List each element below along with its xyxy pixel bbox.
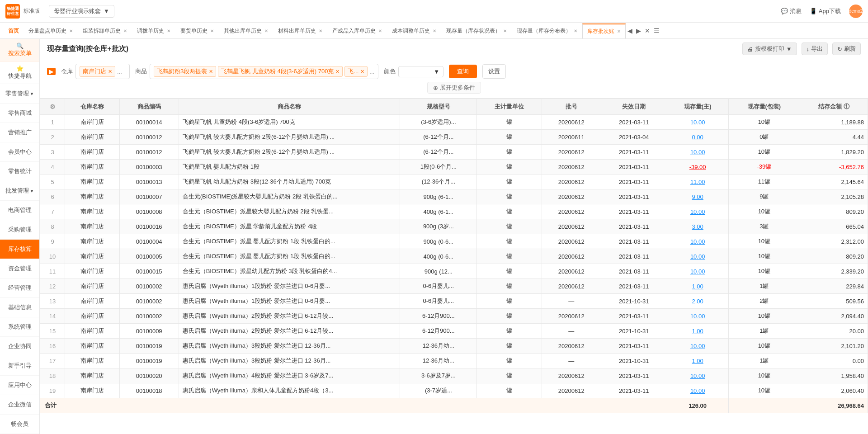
tab-stock-dist[interactable]: 现存量（库存分布表） ✕ — [512, 24, 582, 39]
sidebar-item-wechat[interactable]: 企业微信 — [0, 395, 39, 415]
app-download-btn[interactable]: 📱 App下载 — [810, 7, 841, 15]
row-qty-main[interactable]: 0.00 — [667, 130, 728, 145]
color-filter-input[interactable]: ▼ — [398, 66, 443, 77]
tab-transfer-history[interactable]: 调拨单历史 ✕ — [132, 24, 175, 39]
tab-next-btn[interactable]: ▶ — [634, 27, 643, 34]
sidebar-item-member2[interactable]: 畅会员 — [0, 415, 39, 434]
sidebar-item-retail-stats[interactable]: 零售统计 — [0, 162, 39, 181]
tab-close-icon[interactable]: ✕ — [123, 28, 127, 33]
filter-expand-arrow[interactable]: ▶ — [47, 68, 56, 75]
tab-other-out[interactable]: 其他出库单历史 ✕ — [219, 24, 273, 39]
sidebar-search[interactable]: 🔍 搜索菜单 — [0, 39, 39, 61]
qty-main-link[interactable]: 2.00 — [692, 298, 703, 305]
tab-prev-btn[interactable]: ◀ — [626, 27, 634, 34]
sidebar-item-operations[interactable]: 经营管理 — [0, 278, 39, 298]
sidebar-item-purchase[interactable]: 采购管理 — [0, 220, 39, 240]
tab-require-history[interactable]: 要货单历史 ✕ — [175, 24, 219, 39]
tab-close-icon[interactable]: ✕ — [378, 28, 382, 33]
row-qty-main[interactable]: 10.00 — [667, 249, 728, 264]
tab-material-out[interactable]: 材料出库单历史 ✕ — [273, 24, 327, 39]
tab-stock-status[interactable]: 现存量（库存状况表） ✕ — [441, 24, 512, 39]
sidebar-item-retail-shop[interactable]: 零售商城 — [0, 104, 39, 123]
tab-product-in[interactable]: 产成品入库单历史 ✕ — [327, 24, 387, 39]
qty-main-link[interactable]: 3.00 — [692, 223, 703, 230]
row-qty-main[interactable]: 10.00 — [667, 383, 728, 398]
sidebar-item-ecommerce[interactable]: 电商管理 — [0, 201, 39, 220]
row-qty-main[interactable]: 3.00 — [667, 219, 728, 234]
tab-close-icon[interactable]: ✕ — [210, 28, 214, 33]
sidebar-item-retail-mgmt[interactable]: 零售管理 ▼ — [0, 84, 39, 104]
sidebar-item-guide[interactable]: 新手引导 — [0, 356, 39, 376]
sidebar-item-wholesale[interactable]: 批发管理 ▼ — [0, 181, 39, 201]
qty-main-link[interactable]: 10.00 — [690, 373, 705, 379]
row-qty-main[interactable]: 2.00 — [667, 294, 728, 309]
row-qty-main[interactable]: -39.00 — [667, 160, 728, 175]
sidebar-item-inventory[interactable]: 库存核算 — [0, 240, 39, 259]
row-qty-main[interactable]: 10.00 — [667, 368, 728, 383]
row-qty-main[interactable]: 10.00 — [667, 204, 728, 219]
qty-main-link[interactable]: 10.00 — [690, 343, 705, 349]
sidebar-item-collab[interactable]: 企业协同 — [0, 337, 39, 356]
sidebar-item-finance[interactable]: 资金管理 — [0, 259, 39, 278]
row-qty-main[interactable]: 11.00 — [667, 175, 728, 189]
sidebar-quick-nav[interactable]: ⭐ 快捷导航 — [0, 61, 39, 84]
qty-main-link[interactable]: 10.00 — [690, 253, 705, 260]
qty-main-link[interactable]: 10.00 — [690, 387, 705, 394]
tab-close-icon[interactable]: ✕ — [167, 28, 170, 33]
sidebar-item-marketing[interactable]: 营销推广 — [0, 123, 39, 142]
gear-icon[interactable]: ⚙ — [50, 103, 56, 110]
qty-main-link[interactable]: 9.00 — [692, 193, 703, 200]
tag-close-icon[interactable]: ✕ — [108, 69, 112, 75]
user-menu[interactable]: demo2 — [849, 5, 863, 18]
tab-close-icon[interactable]: ✕ — [617, 29, 621, 34]
product-filter-input[interactable]: 飞鹤奶粉3段两提装 ✕ 飞鹤星飞帆 儿童奶粉 4段(3-6岁适用) 700克 ✕… — [150, 64, 378, 79]
setting-button[interactable]: 设置 — [482, 64, 506, 79]
tag-close-icon[interactable]: ✕ — [360, 69, 364, 75]
qty-main-link[interactable]: 10.00 — [690, 238, 705, 245]
workspace-selector[interactable]: 母婴行业演示账套 ▼ — [49, 5, 114, 18]
tab-close-icon[interactable]: ✕ — [433, 28, 436, 33]
row-qty-main[interactable]: 9.00 — [667, 189, 728, 204]
tag-close-icon[interactable]: ✕ — [209, 69, 213, 75]
tab-close-icon[interactable]: ✕ — [574, 28, 577, 33]
row-qty-main[interactable]: 1.00 — [667, 324, 728, 339]
tab-split-history[interactable]: 分量盘点单历史 ✕ — [24, 24, 78, 39]
qty-main-link[interactable]: 10.00 — [690, 149, 705, 156]
qty-main-link[interactable]: 1.00 — [692, 358, 703, 364]
qty-main-link[interactable]: 10.00 — [690, 313, 705, 320]
refresh-button[interactable]: ↻ 刷新 — [832, 42, 861, 55]
row-qty-main[interactable]: 10.00 — [667, 264, 728, 279]
sidebar-item-system[interactable]: 系统管理 — [0, 317, 39, 337]
sidebar-item-appstore[interactable]: 应用中心 — [0, 376, 39, 395]
row-qty-main[interactable]: 10.00 — [667, 145, 728, 160]
row-qty-main[interactable]: 10.00 — [667, 339, 728, 354]
qty-main-link[interactable]: 1.00 — [692, 328, 703, 335]
tab-close-icon[interactable]: ✕ — [503, 28, 507, 33]
row-qty-main[interactable]: 1.00 — [667, 279, 728, 294]
row-qty-main[interactable]: 10.00 — [667, 234, 728, 249]
tab-close-icon[interactable]: ✕ — [69, 28, 73, 33]
qty-main-link[interactable]: 11.00 — [690, 179, 705, 185]
warehouse-filter-input[interactable]: 南岸门店 ✕ ... — [75, 64, 130, 79]
qty-main-link[interactable]: -39.00 — [689, 164, 706, 170]
query-button[interactable]: 查询 — [449, 65, 477, 78]
row-qty-main[interactable]: 1.00 — [667, 354, 728, 368]
qty-main-link[interactable]: 0.00 — [692, 134, 703, 141]
export-button[interactable]: ↓ 导出 — [802, 42, 828, 55]
tab-menu-btn[interactable]: ☰ — [652, 27, 661, 34]
tag-close-icon[interactable]: ✕ — [335, 69, 340, 75]
tab-home[interactable]: 首页 — [4, 24, 24, 39]
qty-main-link[interactable]: 10.00 — [690, 208, 705, 215]
sidebar-item-member[interactable]: 会员中心 — [0, 142, 39, 162]
message-btn[interactable]: 💬 消息 — [781, 7, 802, 15]
print-button[interactable]: 🖨 按模板打印 ▼ — [742, 42, 797, 55]
qty-main-link[interactable]: 10.00 — [690, 268, 705, 275]
tab-cost-adjust[interactable]: 成本调整单历史 ✕ — [387, 24, 441, 39]
qty-main-link[interactable]: 1.00 — [692, 283, 703, 290]
tab-close-all-btn[interactable]: ✕ — [643, 27, 652, 34]
tab-close-icon[interactable]: ✕ — [264, 28, 268, 33]
sidebar-item-basics[interactable]: 基础信息 — [0, 298, 39, 317]
qty-main-link[interactable]: 10.00 — [690, 119, 705, 126]
row-qty-main[interactable]: 10.00 — [667, 115, 728, 130]
tab-group-history[interactable]: 组装拆卸单历史 ✕ — [78, 24, 132, 39]
